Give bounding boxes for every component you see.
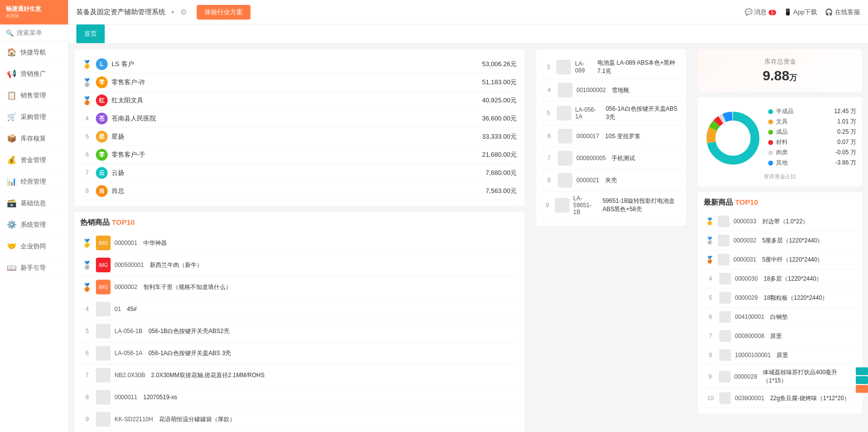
- rank-num: 7: [706, 333, 715, 339]
- nav-label-8: 系统管理: [21, 220, 46, 229]
- rank-name: 红太阳文具: [112, 96, 478, 105]
- product-placeholder: [558, 83, 572, 97]
- topbar-right: 💬 消息 6 📱 App下载 🎧 在线客服: [745, 8, 860, 17]
- product-thumbnail: IMG: [96, 236, 111, 250]
- product-code: KK-SD22110H: [114, 416, 153, 423]
- sidebar-item-1[interactable]: 📢营销推广: [0, 63, 68, 85]
- list-item: 9 0000028 体城荔枝味苏打饮品400毫升（1*15）: [704, 365, 856, 389]
- topbar-msg[interactable]: 💬 消息 6: [745, 8, 777, 17]
- product-placeholder: [556, 60, 571, 74]
- list-item: 🥉 IMG 0000002 智利车子里（规格不知道填什么）: [80, 276, 519, 298]
- list-item: 🥇 0000033 封边带（1.0*22）: [704, 212, 856, 231]
- product-name: 电池盖 LA-089 ABS本色+黑种 7.1克: [597, 59, 678, 75]
- system-name: 装备及固定资产辅助管理系统: [76, 8, 165, 17]
- product-code: NB2.0X30B: [114, 372, 145, 379]
- rank-avatar: 零: [96, 76, 108, 88]
- cs-btn-hotline[interactable]: 客服热线: [856, 367, 868, 375]
- tab-home[interactable]: 首页: [76, 24, 105, 43]
- stock-value-num: 9.88: [763, 68, 790, 83]
- product-code: 0000032: [733, 237, 756, 244]
- product-name: 雪地靴: [612, 86, 629, 95]
- cs-btn-community[interactable]: 服务社区: [856, 376, 868, 384]
- medal-icon: 🥉: [82, 283, 92, 292]
- sidebar-item-5[interactable]: 💰资金管理: [0, 149, 68, 171]
- stock-total-label: 库存总资金: [706, 57, 854, 66]
- nav-label-1: 营销推广: [21, 70, 46, 78]
- table-row: 5 星 星扬 33,333.00元: [80, 128, 519, 146]
- sidebar-item-9[interactable]: 🤝企业协同: [0, 236, 68, 257]
- rank-avatar: 红: [96, 95, 108, 106]
- trial-button[interactable]: 体验行业方案: [197, 5, 251, 20]
- product-placeholder: [557, 106, 571, 120]
- product-code: 01: [114, 306, 121, 312]
- rank-num: 5: [82, 133, 92, 140]
- list-item: 8 0000021 夹壳: [542, 169, 680, 192]
- rank-amount: 7,563.00元: [485, 187, 517, 195]
- stock-chart-card: 半成品 12.45 万 文具 1.01 万 成品 0.25 万 材料 0.07 …: [698, 97, 862, 186]
- product-placeholder: [558, 173, 572, 188]
- app-label: App下载: [793, 8, 817, 16]
- list-item: 🥈 0000032 5厘多层（1220*2440）: [704, 231, 856, 250]
- product-img: [718, 254, 730, 265]
- left-main-col: 🥇 L LS 客户 53,006.26元 🥈 零 零售客户-许 51,183.0…: [69, 44, 530, 432]
- sidebar-item-4[interactable]: 📦库存核算: [0, 128, 68, 149]
- product-code: LA-089: [575, 60, 591, 74]
- product-name: 夹壳: [605, 176, 617, 185]
- sidebar-item-10[interactable]: 📖新手引导: [0, 257, 68, 279]
- medal-icon: 🥈: [706, 237, 714, 244]
- sidebar-item-7[interactable]: 🗃️基础信息: [0, 192, 68, 214]
- sidebar-item-2[interactable]: 📋销售管理: [0, 85, 68, 106]
- product-code: 004100001: [735, 313, 764, 320]
- stock-sub-label: 库存资金占比: [704, 173, 856, 180]
- legend-item: 其他 -3.86 万: [768, 159, 856, 167]
- list-item: 5 LA-056-1A 056-1A白色按键开关盖ABS 3壳: [542, 101, 680, 125]
- rank-num: 4: [706, 275, 715, 282]
- service-label: 在线客服: [835, 8, 860, 16]
- newest-top: TOP10: [735, 198, 758, 206]
- rank-num: 4: [544, 87, 554, 94]
- product-img: [718, 235, 730, 246]
- product-placeholder: [96, 302, 111, 316]
- product-name: 新西兰牛肉（新牛）: [150, 261, 203, 269]
- rank-name: 肖总: [112, 187, 481, 195]
- legend-item: 肉类 -0.05 万: [768, 148, 856, 157]
- cs-panel: 客服热线 服务社区 直播: [856, 367, 868, 393]
- sidebar-search[interactable]: 🔍 搜索菜单: [0, 24, 68, 42]
- nav-label-10: 新手引导: [21, 264, 46, 272]
- sidebar-item-6[interactable]: 📊经营管理: [0, 171, 68, 192]
- legend-value: 0.25 万: [837, 128, 856, 136]
- list-item: 🥉 0000031 5厘中纤（1220*2440）: [704, 250, 856, 269]
- product-name: 22g鱼豆腐-烧烤味（1*12*20）: [770, 394, 850, 403]
- sidebar-item-3[interactable]: 🛒采购管理: [0, 106, 68, 128]
- rank-amount: 40,925.00元: [482, 96, 517, 105]
- product-placeholder: [558, 129, 572, 144]
- topbar-service[interactable]: 🎧 在线客服: [825, 8, 860, 17]
- sidebar-item-8[interactable]: ⚙️系统管理: [0, 214, 68, 236]
- cs-btn-live[interactable]: 直播: [856, 385, 868, 393]
- nav-label-5: 资金管理: [21, 156, 46, 165]
- product-code: 0000033: [733, 218, 756, 225]
- gear-icon[interactable]: ⚙: [180, 7, 187, 17]
- topbar-app[interactable]: 📱 App下载: [784, 8, 817, 17]
- rank-num: 6: [544, 133, 554, 140]
- sidebar-search-label: 搜索菜单: [17, 28, 42, 37]
- product-code: 001000002: [576, 87, 606, 94]
- list-item: 9 LA-59651-1B 59651-1B旋转投影灯电池盒ABS黑色+58壳: [542, 192, 680, 219]
- rank-name: 零售客户-于: [112, 150, 478, 159]
- product-placeholder: [96, 346, 111, 360]
- rank-num: 4: [82, 306, 92, 312]
- list-item: 🥇 IMG 0000001 中华神器: [80, 232, 519, 254]
- product-placeholder: [96, 368, 111, 383]
- legend-dot: [768, 150, 773, 155]
- rank-num: 7: [82, 169, 92, 176]
- rank-amount: 21,680.00元: [482, 150, 517, 159]
- rank-num: 5: [82, 328, 92, 335]
- legend-item: 文具 1.01 万: [768, 118, 856, 126]
- list-item: 7 000800005 手机测试: [542, 147, 680, 169]
- legend-dot: [768, 109, 773, 114]
- donut-chart: [704, 109, 762, 168]
- product-code: 003800001: [735, 395, 764, 402]
- sidebar-item-0[interactable]: 🏠快捷导航: [0, 42, 68, 63]
- rank-name: 零售客户-许: [112, 78, 478, 87]
- rank-amount: 51,183.00元: [482, 78, 517, 87]
